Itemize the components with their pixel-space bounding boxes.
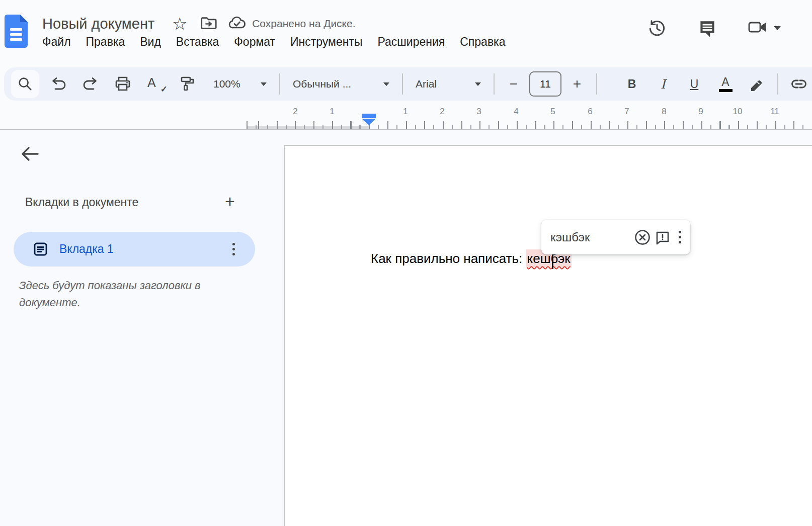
document-tab-icon [33,241,48,257]
toolbar-separator [596,73,597,95]
document-text-line[interactable]: Как правильно написать: кешбэк [371,251,572,267]
ruler-number: 3 [476,107,481,117]
print-button[interactable] [110,71,136,97]
menu-view[interactable]: Вид [140,35,161,49]
report-suggestion-button[interactable] [653,227,673,247]
left-indent-handle[interactable] [362,119,376,125]
feedback-icon [654,228,672,246]
menu-format[interactable]: Формат [234,35,275,49]
ruler-number: 8 [662,107,666,117]
toolbar-separator [279,73,280,95]
ruler-number: 10 [733,107,743,117]
increase-font-size-button[interactable]: + [565,72,589,96]
main-area: Вкладки в документе + Вкладка 1 Здесь бу… [0,130,812,526]
video-camera-icon [747,18,769,38]
ruler-number: 5 [550,107,555,117]
spellcheck-mark: ✓ [160,84,168,95]
menu-edit[interactable]: Правка [86,35,125,49]
document-title[interactable]: Новый документ [42,16,154,32]
spellcheck-letter: A [147,75,156,90]
first-line-indent-handle[interactable] [362,114,376,118]
italic-button[interactable]: I [650,71,676,97]
highlighter-icon [748,75,766,93]
version-history-icon[interactable] [646,17,668,39]
tab-label: Вкладка 1 [59,242,232,256]
star-icon[interactable]: ☆ [170,14,190,34]
ruler-number: 9 [698,107,703,117]
zoom-value: 100% [213,78,240,90]
spelling-suggestion-popup: кэшбэк [541,220,690,254]
ruler-number: 11 [770,107,779,117]
spellcheck-button[interactable]: A ✓ [142,71,168,97]
ruler-number: 1 [330,107,334,117]
toolbar-separator [494,73,495,95]
chevron-down-icon [261,82,267,86]
underline-button[interactable]: U [681,71,707,97]
google-docs-window: Новый документ ☆ Сохранено на Диске. Фай… [0,0,812,526]
indent-marker[interactable] [362,114,376,125]
chevron-down-icon [475,82,481,86]
search-icon [17,75,34,93]
undo-button[interactable] [45,71,71,97]
ruler-ticks [247,125,812,129]
font-family-select[interactable]: Arial [411,78,486,90]
text-color-button[interactable]: A [712,71,739,97]
header-actions [646,17,781,39]
menu-bar: Файл Правка Вид Вставка Формат Инструмен… [42,35,505,49]
sidebar-item-tab1[interactable]: Вкладка 1 [14,232,255,267]
tabs-panel-hint: Здесь будут показаны заголовки в докумен… [19,277,236,311]
dismiss-suggestion-button[interactable] [632,227,653,247]
join-call-button[interactable] [747,18,781,38]
arrow-left-icon [19,143,40,164]
text-color-swatch [719,89,733,92]
paragraph-style-select[interactable]: Обычный ... [288,78,394,90]
close-tabs-panel-button[interactable] [18,142,41,165]
ruler-number: 6 [588,107,592,117]
saved-status-text[interactable]: Сохранено на Диске. [252,18,355,30]
chevron-down-icon [383,82,389,86]
insert-link-button[interactable] [786,71,812,97]
toolbar-separator [402,73,403,95]
title-row: Новый документ ☆ Сохранено на Диске. [42,13,356,34]
toolbar: A ✓ 100% Обычный ... Arial − 1 [4,67,812,101]
zoom-select[interactable]: 100% [208,78,272,90]
document-page[interactable]: Как правильно написать: кешбэк кэшбэк [284,145,812,526]
suggestion-more-options-icon[interactable] [679,231,681,243]
ruler-number: 2 [440,107,444,117]
ruler-number: 1 [403,107,408,117]
comments-icon[interactable] [696,17,718,39]
ruler-number: 2 [293,107,297,117]
highlight-color-button[interactable] [744,71,770,97]
move-to-folder-icon[interactable] [199,14,219,34]
redo-button[interactable] [77,71,104,97]
chevron-down-icon [774,26,781,30]
font-family-value: Arial [416,78,437,90]
paint-format-button[interactable] [174,71,200,97]
suggestion-text[interactable]: кэшбэк [550,230,632,244]
decrease-font-size-button[interactable]: − [502,72,525,96]
docs-logo-icon[interactable] [5,15,28,48]
ruler-number: 7 [624,107,629,117]
paragraph-style-value: Обычный ... [293,78,351,90]
font-size-input[interactable]: 11 [529,71,561,97]
text-before-word: Как правильно написать: [371,251,526,266]
close-circle-icon [633,228,652,246]
saved-cloud-icon[interactable] [227,14,247,34]
ruler-number: 4 [514,107,518,117]
tabs-panel-title: Вкладки в документе [25,196,138,209]
menu-tools[interactable]: Инструменты [290,35,362,49]
search-menus-button[interactable] [11,70,39,98]
add-tab-button[interactable]: + [218,190,241,213]
header: Новый документ ☆ Сохранено на Диске. Фай… [0,0,812,64]
menu-extensions[interactable]: Расширения [377,35,445,49]
toolbar-separator [777,73,778,95]
menu-file[interactable]: Файл [42,35,71,49]
menu-help[interactable]: Справка [460,35,505,49]
tab-options-menu-icon[interactable] [232,243,235,255]
bold-button[interactable]: B [619,71,645,97]
ruler[interactable]: 211234567891011 [0,101,812,130]
menu-insert[interactable]: Вставка [176,35,219,49]
